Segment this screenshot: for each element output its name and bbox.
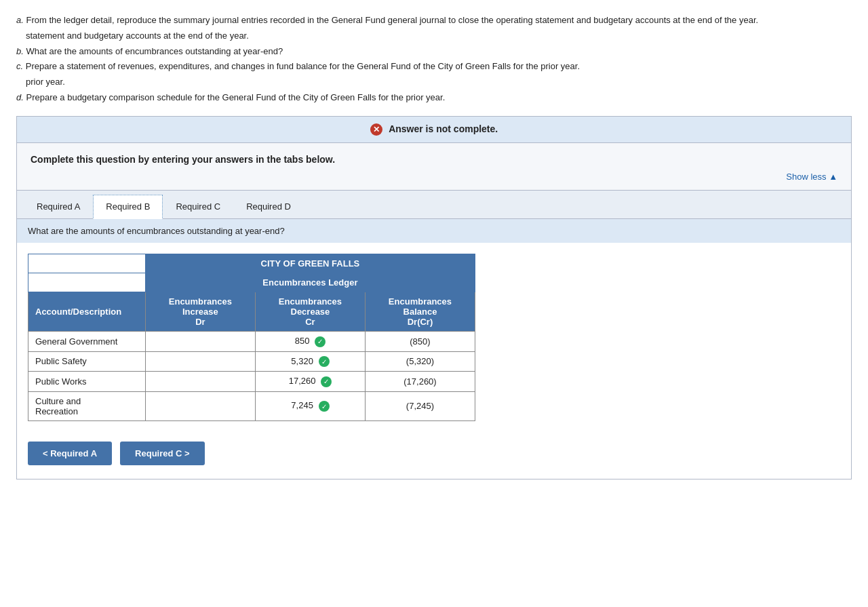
prev-button[interactable]: < Required A (28, 442, 112, 465)
complete-instruction-text: Complete this question by entering your … (17, 143, 851, 168)
instruction-d-text: Prepare a budgetary comparison schedule … (26, 92, 445, 102)
row-enc-increase-1 (145, 351, 255, 372)
row-account-3: Culture andRecreation (28, 391, 146, 420)
check-icon-3: ✓ (319, 401, 330, 412)
tab-required-d[interactable]: Required D (233, 195, 304, 218)
row-enc-increase-0 (145, 332, 255, 352)
col-header-account: Account/Description (28, 292, 146, 332)
enc-decrease-value-3: 7,245 (291, 400, 313, 410)
nav-buttons: < Required A Required C > (17, 435, 851, 479)
instructions: a. From the ledger detail, reproduce the… (16, 14, 852, 105)
table-ledger-spacer (28, 273, 146, 292)
instruction-b-label: b. (16, 46, 24, 56)
answer-status-banner: ✕ Answer is not complete. (17, 117, 851, 143)
instruction-c-label: c. (16, 61, 23, 71)
instruction-a-cont: statement and budgetary accounts at the … (16, 29, 852, 43)
row-enc-increase-3 (145, 391, 255, 420)
answer-box: ✕ Answer is not complete. Complete this … (16, 116, 852, 479)
row-enc-decrease-0: 850 ✓ (255, 332, 365, 352)
col-header-enc-balance: EncumbrancesBalanceDr(Cr) (365, 292, 475, 332)
row-enc-increase-2 (145, 372, 255, 392)
tab-required-c[interactable]: Required C (163, 195, 233, 218)
row-account-0: General Government (28, 332, 146, 352)
show-less-button[interactable]: Show less ▲ (17, 168, 851, 190)
next-button[interactable]: Required C > (120, 442, 205, 465)
enc-decrease-value-2: 17,260 (289, 376, 316, 386)
table-ledger-name: Encumbrances Ledger (145, 273, 475, 292)
instruction-c-text: Prepare a statement of revenues, expendi… (26, 61, 580, 71)
row-enc-balance-2: (17,260) (365, 372, 475, 392)
tab-content: What are the amounts of encumbrances out… (17, 218, 851, 479)
row-account-1: Public Safety (28, 351, 146, 372)
show-less-label: Show less ▲ (786, 172, 837, 182)
check-icon-2: ✓ (321, 376, 332, 387)
question-bar: What are the amounts of encumbrances out… (17, 219, 851, 243)
row-account-2: Public Works (28, 372, 146, 392)
row-enc-decrease-3: 7,245 ✓ (255, 391, 365, 420)
row-enc-balance-1: (5,320) (365, 351, 475, 372)
row-enc-balance-0: (850) (365, 332, 475, 352)
tabs-row: Required A Required B Required C Require… (17, 190, 851, 218)
tab-required-b[interactable]: Required B (93, 195, 163, 219)
instruction-c-cont: prior year. (16, 75, 852, 90)
check-icon-1: ✓ (319, 356, 330, 367)
row-enc-decrease-1: 5,320 ✓ (255, 351, 365, 372)
answer-status-text: Answer is not complete. (389, 123, 498, 134)
table-city-name-text: CITY OF GREEN FALLS (145, 254, 475, 273)
table-section: CITY OF GREEN FALLS Encumbrances Ledger … (17, 243, 851, 435)
table-city-name (28, 254, 146, 273)
instruction-a-text: From the ledger detail, reproduce the su… (26, 15, 758, 25)
instruction-a-label: a. (16, 15, 24, 25)
row-enc-balance-3: (7,245) (365, 391, 475, 420)
table-row: Public Works 17,260 ✓ (17,260) (28, 372, 475, 392)
table-row: General Government 850 ✓ (850) (28, 332, 475, 352)
col-header-enc-increase: EncumbrancesIncreaseDr (145, 292, 255, 332)
enc-decrease-value-0: 850 (295, 336, 310, 346)
check-icon-0: ✓ (315, 336, 326, 347)
table-row: Public Safety 5,320 ✓ (5,320) (28, 351, 475, 372)
question-text: What are the amounts of encumbrances out… (28, 226, 285, 236)
tab-required-a[interactable]: Required A (24, 195, 93, 218)
ledger-table: CITY OF GREEN FALLS Encumbrances Ledger … (28, 254, 475, 421)
row-enc-decrease-2: 17,260 ✓ (255, 372, 365, 392)
x-icon: ✕ (370, 123, 382, 136)
col-header-enc-decrease: EncumbrancesDecreaseCr (255, 292, 365, 332)
instruction-b-text: What are the amounts of encumbrances out… (26, 46, 283, 56)
enc-decrease-value-1: 5,320 (291, 356, 313, 366)
instruction-d-label: d. (16, 92, 24, 102)
table-row: Culture andRecreation 7,245 ✓ (7,245) (28, 391, 475, 420)
